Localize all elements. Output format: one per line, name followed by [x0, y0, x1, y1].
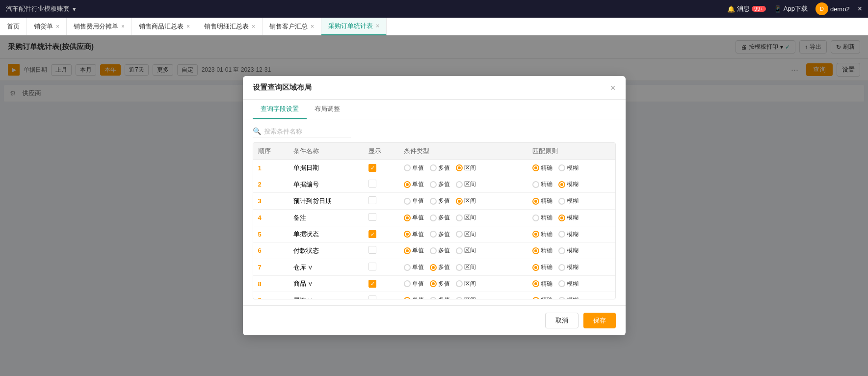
tab-sales-expense-close[interactable]: × [121, 23, 125, 30]
show-checkbox[interactable] [368, 295, 376, 299]
dialog-close-button[interactable]: × [610, 83, 616, 92]
radio-circle [456, 198, 463, 205]
type-radio-多值[interactable]: 多值 [430, 263, 450, 271]
match-radio-精确[interactable]: 精确 [532, 230, 552, 239]
show-checkbox[interactable] [368, 196, 376, 204]
show-checkbox[interactable] [368, 164, 376, 172]
row-show[interactable] [364, 226, 399, 242]
search-input[interactable] [264, 128, 342, 135]
topbar-close[interactable]: × [858, 4, 862, 13]
cancel-button[interactable]: 取消 [545, 313, 579, 328]
tab-sales[interactable]: 销货单 × [27, 18, 67, 35]
tab-sales-stat[interactable]: 销售商品汇总表 × [132, 18, 197, 35]
type-radio-单值[interactable]: 单值 [404, 214, 424, 222]
row-show[interactable] [364, 193, 399, 210]
match-radio-模糊[interactable]: 模糊 [558, 263, 579, 271]
type-radio-单值[interactable]: 单值 [404, 263, 424, 271]
radio-circle [532, 264, 539, 271]
tab-sales-customer[interactable]: 销售客户汇总 × [263, 18, 321, 35]
type-radio-多值[interactable]: 多值 [430, 197, 450, 205]
type-radio-多值[interactable]: 多值 [430, 214, 450, 222]
type-radio-单值[interactable]: 单值 [404, 296, 424, 299]
match-radio-精确[interactable]: 精确 [532, 296, 552, 299]
tab-sales-close[interactable]: × [56, 23, 59, 30]
row-show[interactable] [364, 176, 399, 193]
type-radio-多值[interactable]: 多值 [430, 180, 450, 188]
radio-circle [456, 297, 463, 300]
row-show[interactable] [364, 259, 399, 276]
match-radio-模糊[interactable]: 模糊 [558, 197, 579, 205]
show-checkbox[interactable] [368, 280, 376, 288]
row-show[interactable] [364, 160, 399, 176]
match-radio-精确[interactable]: 精确 [532, 164, 552, 172]
tab-sales-expense-label: 销售费用分摊单 [74, 22, 118, 31]
show-checkbox[interactable] [368, 213, 376, 221]
match-radio-精确[interactable]: 精确 [532, 280, 552, 288]
type-radio-区间[interactable]: 区间 [456, 280, 476, 288]
match-radio-精确[interactable]: 精确 [532, 263, 552, 271]
tab-sales-detail[interactable]: 销售明细汇总表 × [197, 18, 263, 35]
match-radio-精确[interactable]: 精确 [532, 197, 552, 205]
row-name: 商品 ∨ [289, 276, 364, 292]
tab-home[interactable]: 首页 [0, 18, 27, 35]
row-type: 单值多值区间 [399, 292, 527, 300]
match-radio-模糊[interactable]: 模糊 [558, 296, 579, 299]
type-radio-单值[interactable]: 单值 [404, 197, 424, 205]
tab-sales-detail-close[interactable]: × [252, 23, 255, 30]
row-show[interactable] [364, 292, 399, 300]
row-show[interactable] [364, 242, 399, 259]
type-radio-区间[interactable]: 区间 [456, 296, 476, 299]
tab-purchase-stat-close[interactable]: × [376, 23, 379, 29]
type-radio-区间[interactable]: 区间 [456, 230, 476, 239]
match-radio-模糊[interactable]: 模糊 [558, 230, 579, 239]
type-radio-区间[interactable]: 区间 [456, 180, 476, 188]
type-radio-多值[interactable]: 多值 [430, 296, 450, 299]
show-checkbox[interactable] [368, 230, 376, 238]
row-match: 精确模糊 [527, 292, 615, 300]
match-radio-精确[interactable]: 精确 [532, 214, 552, 222]
type-radio-区间[interactable]: 区间 [456, 197, 476, 205]
match-radio-模糊[interactable]: 模糊 [558, 180, 579, 188]
tab-sales-expense[interactable]: 销售费用分摊单 × [67, 18, 132, 35]
type-radio-单值[interactable]: 单值 [404, 246, 424, 255]
app-download-area[interactable]: 📱 App下载 [774, 4, 808, 13]
type-radio-区间[interactable]: 区间 [456, 164, 476, 172]
type-radio-多值[interactable]: 多值 [430, 280, 450, 288]
type-radio-多值[interactable]: 多值 [430, 230, 450, 239]
match-radio-模糊[interactable]: 模糊 [558, 214, 579, 222]
type-radio-单值[interactable]: 单值 [404, 164, 424, 172]
row-type: 单值多值区间 [399, 226, 527, 242]
dialog-tab-fields[interactable]: 查询字段设置 [253, 100, 307, 119]
match-radio-模糊[interactable]: 模糊 [558, 280, 579, 288]
match-radio-精确[interactable]: 精确 [532, 180, 552, 188]
type-radio-单值[interactable]: 单值 [404, 180, 424, 188]
row-show[interactable] [364, 276, 399, 292]
dialog-tab-layout[interactable]: 布局调整 [307, 100, 348, 119]
radio-circle [430, 198, 437, 205]
type-radio-区间[interactable]: 区间 [456, 246, 476, 255]
radio-circle [404, 164, 411, 171]
notification-area[interactable]: 🔔 消息 99+ [727, 4, 766, 13]
app-title-chevron[interactable]: ▾ [73, 5, 76, 13]
match-radio-模糊[interactable]: 模糊 [558, 246, 579, 255]
download-icon: 📱 [774, 5, 782, 13]
user-area[interactable]: D demo2 [815, 2, 850, 15]
row-show[interactable] [364, 210, 399, 226]
type-radio-单值[interactable]: 单值 [404, 230, 424, 239]
save-button[interactable]: 保存 [583, 313, 616, 328]
show-checkbox[interactable] [368, 246, 376, 254]
show-checkbox[interactable] [368, 263, 376, 270]
match-radio-精确[interactable]: 精确 [532, 246, 552, 255]
tab-sales-stat-close[interactable]: × [186, 23, 190, 30]
type-radio-多值[interactable]: 多值 [430, 246, 450, 255]
type-radio-区间[interactable]: 区间 [456, 214, 476, 222]
type-radio-多值[interactable]: 多值 [430, 164, 450, 172]
tab-purchase-stat[interactable]: 采购订单统计表 × [321, 18, 387, 35]
tab-sales-customer-close[interactable]: × [311, 23, 314, 30]
type-radio-区间[interactable]: 区间 [456, 263, 476, 271]
radio-circle [558, 297, 565, 300]
radio-circle [404, 297, 411, 300]
type-radio-单值[interactable]: 单值 [404, 280, 424, 288]
match-radio-模糊[interactable]: 模糊 [558, 164, 579, 172]
show-checkbox[interactable] [368, 180, 376, 188]
